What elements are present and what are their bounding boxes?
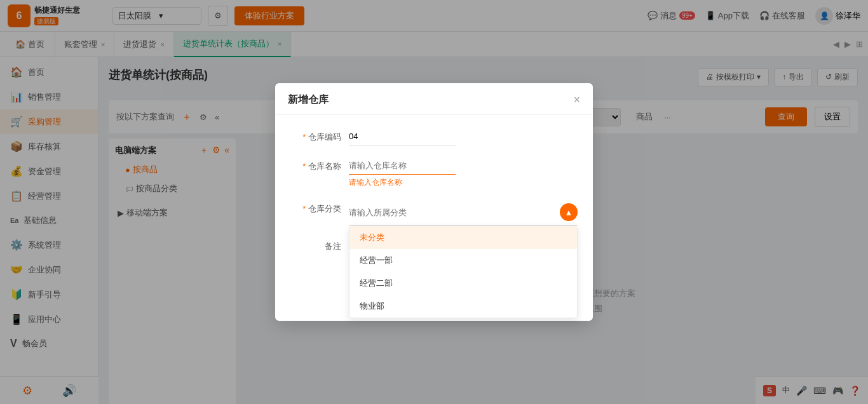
code-label-text: 仓库编码 <box>308 132 341 142</box>
category-row[interactable]: ▲ <box>349 199 578 226</box>
modal-header: 新增仓库 × <box>275 83 593 115</box>
category-label: * 仓库分类 <box>290 199 341 215</box>
modal-title: 新增仓库 <box>288 93 329 107</box>
dropdown-item-2[interactable]: 经营二部 <box>349 272 577 295</box>
modal-overlay: 新增仓库 × * 仓库编码 * 仓库名称 <box>0 0 868 404</box>
category-label-text: 仓库分类 <box>308 204 341 213</box>
category-input[interactable] <box>349 208 560 217</box>
code-field <box>349 128 578 145</box>
name-label-text: 仓库名称 <box>308 161 341 171</box>
name-label: * 仓库名称 <box>290 157 341 172</box>
name-field: 请输入仓库名称 <box>349 157 578 188</box>
name-error-msg: 请输入仓库名称 <box>349 177 578 188</box>
code-input[interactable] <box>349 128 456 145</box>
dropdown-item-0[interactable]: 未分类 <box>349 226 577 249</box>
modal-body: * 仓库编码 * 仓库名称 请输入仓库名称 <box>275 115 593 279</box>
category-dropdown: 未分类 经营一部 经营二部 物业部 <box>349 226 578 318</box>
category-field: ▲ 未分类 经营一部 经营二部 物业部 <box>349 199 578 226</box>
warehouse-code-row: * 仓库编码 <box>290 128 578 145</box>
note-label-text: 备注 <box>325 241 341 251</box>
name-input[interactable] <box>349 157 456 175</box>
dropdown-item-3[interactable]: 物业部 <box>349 295 577 318</box>
dropdown-item-1[interactable]: 经营一部 <box>349 249 577 272</box>
new-warehouse-modal: 新增仓库 × * 仓库编码 * 仓库名称 <box>275 83 593 321</box>
modal-close-icon[interactable]: × <box>573 93 580 107</box>
code-label: * 仓库编码 <box>290 128 341 143</box>
note-label: 备注 <box>290 237 341 252</box>
category-toggle-icon[interactable]: ▲ <box>560 203 578 221</box>
warehouse-category-row: * 仓库分类 ▲ 未分类 经营一部 经营二部 物业部 <box>290 199 578 226</box>
warehouse-name-row: * 仓库名称 请输入仓库名称 <box>290 157 578 188</box>
